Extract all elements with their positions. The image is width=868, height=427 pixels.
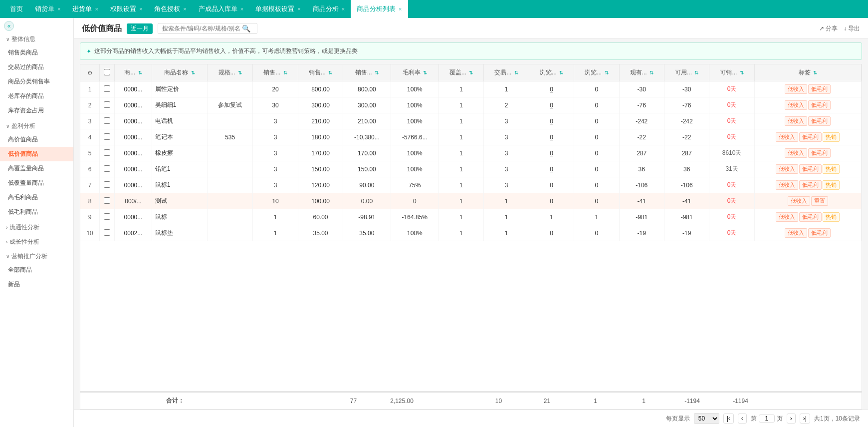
th-trade[interactable]: 交易... ⇅ [484,64,529,81]
row-checkbox[interactable] [104,133,110,140]
td-browse1[interactable]: 1 [529,209,574,225]
sidebar-item-category-rate[interactable]: 商品分类销售率 [0,74,73,89]
row-checkbox[interactable] [104,85,110,92]
sidebar-group-profit[interactable]: ∨ 盈利分析 [0,118,73,132]
browse1-link[interactable]: 0 [550,198,553,205]
th-spec[interactable]: 规格... ⇅ [208,64,253,81]
th-days[interactable]: 可销... ⇅ [709,64,754,81]
sidebar-item-inventory-capital[interactable]: 库存资金占用 [0,103,73,118]
sidebar-group-circulation[interactable]: › 流通性分析 [0,219,73,234]
td-checkbox[interactable] [100,145,115,161]
th-margin[interactable]: 毛利率 ⇅ [391,64,438,81]
td-browse1[interactable]: 0 [529,225,574,241]
last-page-btn[interactable]: ›| [800,414,810,424]
th-avail[interactable]: 可用... ⇅ [664,64,709,81]
sidebar-item-low-margin[interactable]: 低毛利商品 [0,205,73,219]
nav-tab-role[interactable]: 角色授权 × [148,0,192,18]
browse1-link[interactable]: 1 [550,214,553,221]
th-settings[interactable]: ⚙ [80,64,100,81]
nav-tab-template[interactable]: 单据模板设置 × [249,0,306,18]
th-s3[interactable]: 销售... ⇅ [343,64,391,81]
th-cov[interactable]: 覆盖... ⇅ [439,64,484,81]
nav-tab-warehouse-close[interactable]: × [240,6,243,12]
td-checkbox[interactable] [100,209,115,225]
sidebar-item-all-products[interactable]: 全部商品 [0,263,73,277]
nav-tab-home[interactable]: 首页 [4,0,29,18]
td-browse1[interactable]: 0 [529,145,574,161]
sidebar-group-growth[interactable]: › 成长性分析 [0,234,73,248]
th-s1[interactable]: 销售... ⇅ [253,64,298,81]
nav-tab-analysis-close[interactable]: × [342,6,345,12]
sidebar-item-high-value[interactable]: 高价值商品 [0,132,73,147]
nav-tab-analysis-list-close[interactable]: × [399,6,402,12]
td-checkbox[interactable] [100,193,115,209]
search-icon[interactable]: 🔍 [242,24,250,32]
sidebar-item-high-coverage[interactable]: 高覆盖量商品 [0,161,73,176]
browse1-link[interactable]: 0 [550,230,553,237]
sidebar-collapse-btn[interactable]: « [4,21,14,31]
th-s2[interactable]: 销售... ⇅ [298,64,343,81]
first-page-btn[interactable]: |‹ [723,414,734,424]
th-browse1[interactable]: 浏览... ⇅ [529,64,574,81]
td-browse1[interactable]: 0 [529,113,574,129]
nav-tab-analysis[interactable]: 商品分析 × [307,0,351,18]
sidebar-item-low-value[interactable]: 低价值商品 [0,147,73,161]
sidebar-group-overall[interactable]: ∨ 整体信息 [0,31,73,45]
browse1-link[interactable]: 0 [550,86,553,93]
browse1-link[interactable]: 0 [550,182,553,189]
prev-page-btn[interactable]: ‹ [738,414,747,424]
nav-tab-warehouse[interactable]: 产成品入库单 × [193,0,249,18]
page-input[interactable] [759,415,775,423]
td-browse1[interactable]: 0 [529,193,574,209]
row-checkbox[interactable] [104,149,110,156]
row-checkbox[interactable] [104,229,110,236]
filter-btn[interactable]: 近一月 [127,23,153,34]
browse1-link[interactable]: 0 [550,118,553,125]
browse1-link[interactable]: 0 [550,134,553,141]
td-browse1[interactable]: 0 [529,129,574,145]
td-checkbox[interactable] [100,225,115,241]
search-input[interactable] [162,25,242,32]
nav-tab-purchase[interactable]: 进货单 × [66,0,104,18]
nav-tab-template-close[interactable]: × [297,6,300,12]
th-stock[interactable]: 现有... ⇅ [619,64,664,81]
th-browse2[interactable]: 浏览... ⇅ [574,64,619,81]
sidebar-item-sales-products[interactable]: 销售类商品 [0,45,73,60]
td-browse1[interactable]: 0 [529,97,574,113]
td-checkbox[interactable] [100,97,115,113]
sidebar-item-traded-products[interactable]: 交易过的商品 [0,60,73,74]
browse1-link[interactable]: 0 [550,150,553,157]
row-checkbox[interactable] [104,101,110,108]
next-page-btn[interactable]: › [787,414,796,424]
td-checkbox[interactable] [100,161,115,177]
browse1-link[interactable]: 0 [550,166,553,173]
td-browse1[interactable]: 0 [529,81,574,97]
sidebar-item-low-coverage[interactable]: 低覆盖量商品 [0,176,73,190]
td-checkbox[interactable] [100,129,115,145]
td-checkbox[interactable] [100,177,115,193]
sidebar-item-high-margin[interactable]: 高毛利商品 [0,190,73,205]
share-btn[interactable]: ↗ 分享 [819,24,838,33]
page-size-select[interactable]: 50 100 [694,413,719,424]
sidebar-item-new-products[interactable]: 新品 [0,277,73,292]
td-browse1[interactable]: 0 [529,161,574,177]
td-checkbox[interactable] [100,81,115,97]
nav-tab-permission-close[interactable]: × [139,6,142,12]
row-checkbox[interactable] [104,165,110,172]
th-code[interactable]: 商... ⇅ [115,64,152,81]
nav-tab-role-close[interactable]: × [183,6,186,12]
nav-tab-analysis-list[interactable]: 商品分析列表 × [351,0,408,18]
td-checkbox[interactable] [100,113,115,129]
th-tags[interactable]: 标签 ⇅ [754,64,861,81]
row-checkbox[interactable] [104,117,110,124]
th-name[interactable]: 商品名称 ⇅ [152,64,207,81]
nav-tab-purchase-close[interactable]: × [95,6,98,12]
row-checkbox[interactable] [104,181,110,188]
nav-tab-sales-close[interactable]: × [57,6,60,12]
sidebar-group-marketing[interactable]: ∨ 营销推广分析 [0,248,73,263]
browse1-link[interactable]: 0 [550,102,553,109]
row-checkbox[interactable] [104,197,110,204]
select-all-checkbox[interactable] [104,69,110,75]
nav-tab-permission[interactable]: 权限设置 × [104,0,148,18]
td-browse1[interactable]: 0 [529,177,574,193]
